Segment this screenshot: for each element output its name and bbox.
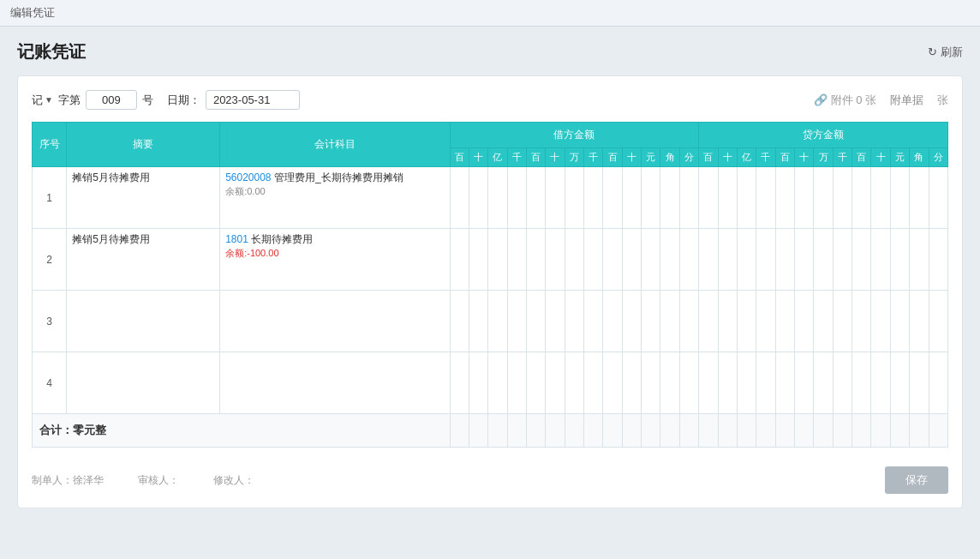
- row-3-account[interactable]: [220, 352, 450, 414]
- row-1-debit-10[interactable]: [642, 229, 660, 291]
- row-3-debit-11[interactable]: [660, 352, 679, 414]
- row-2-debit-5[interactable]: [546, 291, 565, 352]
- row-3-credit-2[interactable]: [737, 352, 756, 414]
- row-3-debit-12[interactable]: [679, 352, 698, 414]
- row-1-debit-12[interactable]: [679, 229, 698, 291]
- row-1-account[interactable]: 1801 长期待摊费用余额:-100.00: [220, 229, 450, 291]
- row-3-credit-7[interactable]: [833, 352, 852, 414]
- row-2-credit-9[interactable]: [871, 291, 890, 352]
- row-0-debit-7[interactable]: [584, 167, 603, 229]
- row-3-debit-4[interactable]: [526, 352, 545, 414]
- voucher-type-button[interactable]: 记 ▼: [32, 93, 53, 108]
- row-2-debit-11[interactable]: [660, 291, 679, 352]
- row-3-debit-7[interactable]: [584, 352, 603, 414]
- row-1-debit-3[interactable]: [507, 229, 526, 291]
- row-2-credit-8[interactable]: [852, 291, 871, 352]
- row-1-debit-6[interactable]: [565, 229, 583, 291]
- row-2-account[interactable]: [220, 291, 450, 352]
- row-0-debit-5[interactable]: [546, 167, 565, 229]
- row-1-credit-1[interactable]: [718, 229, 737, 291]
- row-3-credit-9[interactable]: [871, 352, 890, 414]
- row-0-credit-4[interactable]: [775, 167, 794, 229]
- row-2-credit-10[interactable]: [890, 291, 909, 352]
- row-1-debit-2[interactable]: [488, 229, 507, 291]
- row-1-credit-5[interactable]: [794, 229, 813, 291]
- row-2-debit-2[interactable]: [488, 291, 507, 352]
- row-0-credit-1[interactable]: [718, 167, 737, 229]
- row-1-credit-4[interactable]: [775, 229, 794, 291]
- row-0-credit-5[interactable]: [794, 167, 813, 229]
- row-2-debit-6[interactable]: [565, 291, 583, 352]
- row-2-debit-10[interactable]: [642, 291, 660, 352]
- row-3-credit-0[interactable]: [699, 352, 718, 414]
- row-0-credit-11[interactable]: [910, 167, 929, 229]
- row-0-credit-3[interactable]: [756, 167, 775, 229]
- row-3-credit-11[interactable]: [910, 352, 929, 414]
- row-1-credit-3[interactable]: [756, 229, 775, 291]
- row-2-credit-7[interactable]: [833, 291, 852, 352]
- row-2-credit-12[interactable]: [929, 291, 948, 352]
- row-1-credit-10[interactable]: [890, 229, 909, 291]
- row-0-debit-6[interactable]: [565, 167, 583, 229]
- row-2-debit-8[interactable]: [603, 291, 622, 352]
- voucher-number-input[interactable]: [86, 90, 137, 110]
- row-2-credit-6[interactable]: [814, 291, 833, 352]
- row-3-debit-0[interactable]: [450, 352, 469, 414]
- row-0-credit-7[interactable]: [833, 167, 852, 229]
- row-0-debit-3[interactable]: [507, 167, 526, 229]
- row-3-credit-1[interactable]: [718, 352, 737, 414]
- row-1-credit-9[interactable]: [871, 229, 890, 291]
- row-2-credit-5[interactable]: [794, 291, 813, 352]
- row-0-debit-1[interactable]: [469, 167, 487, 229]
- row-2-summary[interactable]: [67, 291, 220, 352]
- row-2-credit-4[interactable]: [775, 291, 794, 352]
- row-2-debit-3[interactable]: [507, 291, 526, 352]
- row-0-debit-2[interactable]: [488, 167, 507, 229]
- row-3-credit-3[interactable]: [756, 352, 775, 414]
- row-1-summary[interactable]: 摊销5月待摊费用: [67, 229, 220, 291]
- row-0-credit-6[interactable]: [814, 167, 833, 229]
- row-3-debit-3[interactable]: [507, 352, 526, 414]
- row-2-debit-7[interactable]: [584, 291, 603, 352]
- row-3-debit-2[interactable]: [488, 352, 507, 414]
- row-3-debit-5[interactable]: [546, 352, 565, 414]
- row-0-account[interactable]: 56020008 管理费用_长期待摊费用摊销余额:0.00: [220, 167, 450, 229]
- row-0-debit-8[interactable]: [603, 167, 622, 229]
- row-2-debit-1[interactable]: [469, 291, 487, 352]
- row-3-debit-9[interactable]: [622, 352, 641, 414]
- row-1-debit-9[interactable]: [622, 229, 641, 291]
- row-1-debit-5[interactable]: [546, 229, 565, 291]
- row-3-credit-4[interactable]: [775, 352, 794, 414]
- row-3-debit-6[interactable]: [565, 352, 583, 414]
- row-1-credit-12[interactable]: [929, 229, 948, 291]
- attachment-link[interactable]: 🔗 附件 0 张: [814, 93, 876, 108]
- row-2-credit-11[interactable]: [910, 291, 929, 352]
- row-0-debit-0[interactable]: [450, 167, 469, 229]
- row-1-credit-11[interactable]: [910, 229, 929, 291]
- row-1-credit-2[interactable]: [737, 229, 756, 291]
- row-3-credit-6[interactable]: [814, 352, 833, 414]
- row-1-credit-8[interactable]: [852, 229, 871, 291]
- row-1-debit-7[interactable]: [584, 229, 603, 291]
- row-0-debit-11[interactable]: [660, 167, 679, 229]
- row-3-debit-1[interactable]: [469, 352, 487, 414]
- row-0-debit-10[interactable]: [642, 167, 660, 229]
- row-3-debit-8[interactable]: [603, 352, 622, 414]
- row-0-debit-4[interactable]: [526, 167, 545, 229]
- row-0-credit-12[interactable]: [929, 167, 948, 229]
- row-0-summary[interactable]: 摊销5月待摊费用: [67, 167, 220, 229]
- row-1-credit-0[interactable]: [699, 229, 718, 291]
- row-3-debit-10[interactable]: [642, 352, 660, 414]
- row-2-credit-3[interactable]: [756, 291, 775, 352]
- row-1-debit-11[interactable]: [660, 229, 679, 291]
- row-2-debit-0[interactable]: [450, 291, 469, 352]
- row-0-credit-10[interactable]: [890, 167, 909, 229]
- row-1-credit-6[interactable]: [814, 229, 833, 291]
- row-2-credit-1[interactable]: [718, 291, 737, 352]
- row-0-credit-0[interactable]: [699, 167, 718, 229]
- row-3-credit-12[interactable]: [929, 352, 948, 414]
- row-1-debit-4[interactable]: [526, 229, 545, 291]
- row-2-debit-9[interactable]: [622, 291, 641, 352]
- row-3-credit-8[interactable]: [852, 352, 871, 414]
- row-0-debit-9[interactable]: [622, 167, 641, 229]
